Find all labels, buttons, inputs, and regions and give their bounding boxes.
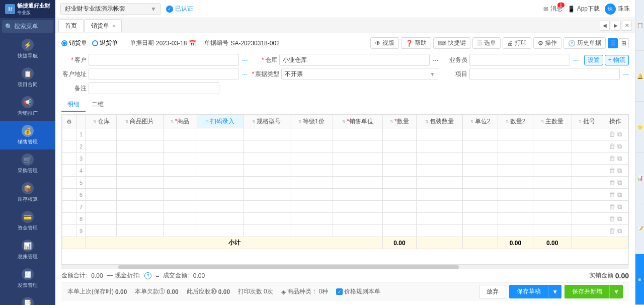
row-batch[interactable] xyxy=(572,213,602,225)
row-batch-import[interactable] xyxy=(197,152,244,165)
row-product-img[interactable] xyxy=(116,128,163,140)
row-copy-icon[interactable]: ⧉ xyxy=(617,215,622,223)
row-product[interactable] xyxy=(163,201,197,213)
row-unit2[interactable] xyxy=(463,177,498,189)
batch-col-header[interactable]: ⇅批号 xyxy=(572,115,602,128)
sidebar-item-sales[interactable]: 💰 销售管理 xyxy=(0,121,55,149)
row-quantity[interactable] xyxy=(382,225,416,237)
row-sale-unit[interactable] xyxy=(333,177,383,189)
tab-nav-prev[interactable]: ◀ xyxy=(600,21,610,31)
project-dots[interactable]: ··· xyxy=(623,70,629,78)
row-batch[interactable] xyxy=(572,201,602,213)
row-price1[interactable] xyxy=(290,128,333,140)
customer-addr-input[interactable] xyxy=(89,68,239,80)
row-product-img[interactable] xyxy=(116,140,163,152)
row-spec[interactable] xyxy=(244,225,290,237)
quick-keys-button[interactable]: ⌨ 快捷键 xyxy=(433,37,470,49)
row-pack-qty[interactable] xyxy=(416,177,463,189)
row-spec[interactable] xyxy=(244,165,290,177)
row-warehouse[interactable] xyxy=(86,201,117,213)
row-price1[interactable] xyxy=(290,225,333,237)
row-price1[interactable] xyxy=(290,177,333,189)
right-panel-btn-6[interactable]: ≡ xyxy=(635,254,644,305)
row-pack-qty[interactable] xyxy=(416,140,463,152)
row-unit2[interactable] xyxy=(463,225,498,237)
row-qty2[interactable] xyxy=(498,189,533,201)
row-qty2[interactable] xyxy=(498,177,533,189)
row-price1[interactable] xyxy=(290,189,333,201)
scrollbar-thumb[interactable] xyxy=(118,265,459,269)
row-pack-qty[interactable] xyxy=(416,152,463,165)
row-batch-import[interactable] xyxy=(197,128,244,140)
row-batch-import[interactable] xyxy=(197,140,244,152)
row-spec[interactable] xyxy=(244,189,290,201)
row-main-qty[interactable] xyxy=(533,201,572,213)
row-product[interactable] xyxy=(163,189,197,201)
row-sale-unit[interactable] xyxy=(333,152,383,165)
sidebar-item-purchase[interactable]: 🛒 采购管理 xyxy=(0,149,55,178)
row-sale-unit[interactable] xyxy=(333,128,383,140)
row-product[interactable] xyxy=(163,213,197,225)
sidebar-item-project[interactable]: 📋 项目合同 xyxy=(0,63,55,92)
row-product[interactable] xyxy=(163,128,197,140)
row-quantity[interactable] xyxy=(382,213,416,225)
tab-nav-close[interactable]: ✕ xyxy=(622,21,632,31)
right-panel-btn-2[interactable]: 🔔 xyxy=(635,51,644,102)
row-qty2[interactable] xyxy=(498,140,533,152)
row-qty2[interactable] xyxy=(498,201,533,213)
salesperson-dots[interactable]: ··· xyxy=(573,56,579,64)
save-new-dropdown[interactable]: ▼ xyxy=(610,285,623,298)
row-quantity[interactable] xyxy=(382,140,416,152)
row-warehouse[interactable] xyxy=(86,165,117,177)
tab-mingxi[interactable]: 明细 xyxy=(61,98,86,112)
message-button[interactable]: ✉ 1 消息 xyxy=(543,5,562,13)
row-pack-qty[interactable] xyxy=(416,189,463,201)
sidebar-item-invoice[interactable]: 🧾 发票管理 xyxy=(0,264,55,293)
help-circle-icon[interactable]: ? xyxy=(144,272,151,279)
row-unit2[interactable] xyxy=(463,128,498,140)
invoice-type-select[interactable]: 不开票 ▼ xyxy=(281,68,438,80)
row-copy-icon[interactable]: ⧉ xyxy=(617,167,622,175)
row-batch[interactable] xyxy=(572,128,602,140)
main-qty-col-header[interactable]: ⇅主数量 xyxy=(533,115,572,128)
row-quantity[interactable] xyxy=(382,177,416,189)
row-main-qty[interactable] xyxy=(533,128,572,140)
setup-button[interactable]: 设置 xyxy=(584,55,603,65)
right-panel-btn-4[interactable]: 📊 xyxy=(635,152,644,203)
help-button[interactable]: ❓ 帮助 xyxy=(401,37,431,49)
horizontal-scrollbar[interactable] xyxy=(61,265,629,269)
row-pack-qty[interactable] xyxy=(416,225,463,237)
row-product-img[interactable] xyxy=(116,213,163,225)
row-spec[interactable] xyxy=(244,213,290,225)
tab-erwei[interactable]: 二维 xyxy=(86,98,110,112)
row-unit2[interactable] xyxy=(463,189,498,201)
row-main-qty[interactable] xyxy=(533,177,572,189)
settings-col-header[interactable]: ⚙ xyxy=(62,115,76,128)
row-price1[interactable] xyxy=(290,140,333,152)
row-pack-qty[interactable] xyxy=(416,128,463,140)
grid-view-btn[interactable]: ⊞ xyxy=(619,38,629,48)
unit2-col-header[interactable]: ⇅单位2 xyxy=(463,115,498,128)
row-product[interactable] xyxy=(163,152,197,165)
row-sale-unit[interactable] xyxy=(333,213,383,225)
row-warehouse[interactable] xyxy=(86,213,117,225)
warehouse-dots[interactable]: ··· xyxy=(433,56,439,64)
row-unit2[interactable] xyxy=(463,140,498,152)
view-button[interactable]: 👁 视版 xyxy=(370,37,399,49)
row-product[interactable] xyxy=(163,140,197,152)
row-price1[interactable] xyxy=(290,152,333,165)
price-check-item[interactable]: 价格规则本单 xyxy=(336,287,380,296)
row-delete-icon[interactable]: 🗑 xyxy=(609,167,615,175)
row-sale-unit[interactable] xyxy=(333,165,383,177)
row-copy-icon[interactable]: ⧉ xyxy=(617,191,622,199)
row-copy-icon[interactable]: ⧉ xyxy=(617,155,622,163)
right-panel-btn-3[interactable]: ⭐ xyxy=(635,102,644,152)
discard-button[interactable]: 放弃 xyxy=(479,285,506,298)
warehouse-input[interactable] xyxy=(279,54,430,66)
row-unit2[interactable] xyxy=(463,152,498,165)
row-spec[interactable] xyxy=(244,140,290,152)
row-copy-icon[interactable]: ⧉ xyxy=(617,227,622,235)
save-draft-dropdown[interactable]: ▼ xyxy=(548,285,561,298)
row-batch-import[interactable] xyxy=(197,177,244,189)
row-quantity[interactable] xyxy=(382,152,416,165)
